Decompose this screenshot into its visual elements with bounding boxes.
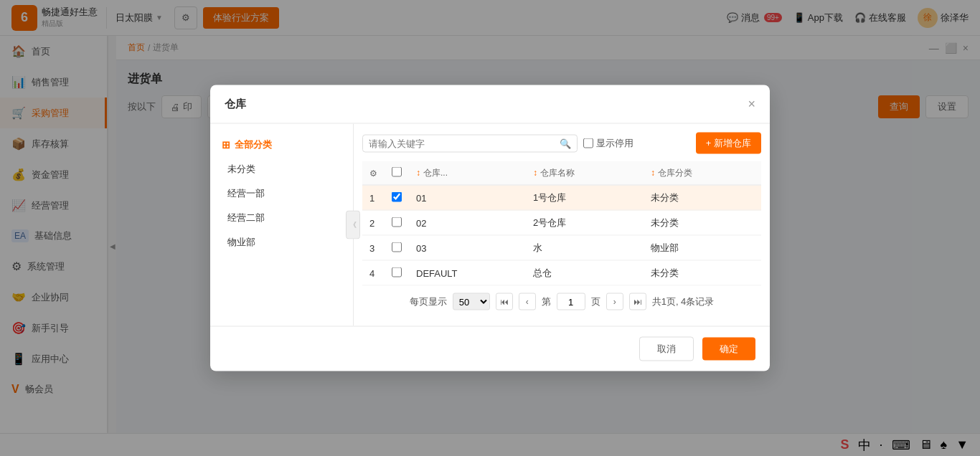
row-code: 01 bbox=[409, 185, 526, 210]
th-category[interactable]: ↕仓库分类 bbox=[644, 161, 761, 186]
modal-close-button[interactable]: × bbox=[748, 97, 755, 112]
show-disabled-checkbox[interactable] bbox=[583, 138, 593, 148]
row-checkbox[interactable] bbox=[385, 210, 409, 235]
row-category: 物业部 bbox=[644, 235, 761, 260]
th-name[interactable]: ↕仓库名称 bbox=[526, 161, 644, 186]
modal-title: 仓库 bbox=[225, 98, 246, 111]
category-all-label: 全部分类 bbox=[235, 138, 272, 151]
row-checkbox[interactable] bbox=[385, 260, 409, 285]
row-name: 总仓 bbox=[526, 260, 644, 285]
cancel-button[interactable]: 取消 bbox=[639, 337, 694, 361]
category-item-operations1[interactable]: 经营一部 bbox=[210, 181, 353, 206]
collapse-left-icon: 《 bbox=[349, 220, 357, 230]
table-body: 1 01 1号仓库 未分类 2 02 2号仓库 未分类 bbox=[362, 185, 761, 285]
search-input[interactable] bbox=[369, 138, 560, 148]
grid-icon: ⊞ bbox=[222, 139, 230, 151]
row-settings: 3 bbox=[362, 235, 385, 260]
row-category: 未分类 bbox=[644, 260, 761, 285]
row-code: DEFAULT bbox=[409, 260, 526, 285]
category-header[interactable]: ⊞ 全部分类 bbox=[210, 133, 353, 157]
sort-icon-cat: ↕ bbox=[651, 168, 655, 178]
page-input[interactable] bbox=[557, 293, 585, 310]
row-code: 03 bbox=[409, 235, 526, 260]
category-item-property[interactable]: 物业部 bbox=[210, 230, 353, 255]
table-toolbar: 🔍 显示停用 + 新增仓库 bbox=[362, 133, 761, 154]
table-scroll-area: ⚙ ↕仓库... ↕仓库名称 ↕仓库分类 bbox=[362, 161, 761, 286]
page-prev-btn[interactable]: ‹ bbox=[519, 293, 536, 310]
row-settings: 4 bbox=[362, 260, 385, 285]
th-checkbox bbox=[385, 161, 409, 186]
page-last-btn[interactable]: ⏭ bbox=[629, 293, 646, 310]
category-item-operations2[interactable]: 经营二部 bbox=[210, 206, 353, 230]
page-label: 第 bbox=[542, 295, 551, 308]
per-page-label: 每页显示 bbox=[410, 295, 447, 308]
modal-header: 仓库 × bbox=[210, 85, 770, 124]
th-code[interactable]: ↕仓库... bbox=[409, 161, 526, 186]
table-row[interactable]: 4 DEFAULT 总仓 未分类 bbox=[362, 260, 761, 285]
th-settings: ⚙ bbox=[362, 161, 385, 186]
sort-icon-name: ↕ bbox=[533, 168, 537, 178]
row-category: 未分类 bbox=[644, 185, 761, 210]
per-page-select[interactable]: 50 100 bbox=[453, 293, 490, 310]
sort-icon: ↕ bbox=[416, 168, 420, 178]
page-first-btn[interactable]: ⏮ bbox=[496, 293, 513, 310]
row-checkbox[interactable] bbox=[385, 235, 409, 260]
row-category: 未分类 bbox=[644, 210, 761, 235]
table-row[interactable]: 3 03 水 物业部 bbox=[362, 235, 761, 260]
table-row[interactable]: 2 02 2号仓库 未分类 bbox=[362, 210, 761, 235]
modal-body: ⊞ 全部分类 未分类 经营一部 经营二部 物业部 《 🔍 显示停用 bbox=[210, 124, 770, 326]
page-end-label: 页 bbox=[591, 295, 600, 308]
show-disabled-toggle[interactable]: 显示停用 bbox=[583, 137, 633, 150]
table-header: ⚙ ↕仓库... ↕仓库名称 ↕仓库分类 bbox=[362, 161, 761, 186]
select-all-checkbox[interactable] bbox=[392, 167, 402, 177]
warehouse-table: ⚙ ↕仓库... ↕仓库名称 ↕仓库分类 bbox=[362, 161, 761, 286]
table-area: 🔍 显示停用 + 新增仓库 ⚙ bbox=[354, 124, 770, 326]
confirm-button[interactable]: 确定 bbox=[702, 338, 755, 361]
table-row[interactable]: 1 01 1号仓库 未分类 bbox=[362, 185, 761, 210]
row-name: 1号仓库 bbox=[526, 185, 644, 210]
warehouse-modal: 仓库 × ⊞ 全部分类 未分类 经营一部 经营二部 物业部 《 🔍 bbox=[210, 85, 770, 371]
page-next-btn[interactable]: › bbox=[606, 293, 623, 310]
modal-footer: 取消 确定 bbox=[210, 326, 770, 371]
total-label: 共1页, 4条记录 bbox=[652, 295, 715, 308]
search-icon[interactable]: 🔍 bbox=[560, 138, 571, 148]
row-name: 2号仓库 bbox=[526, 210, 644, 235]
category-item-unclassified[interactable]: 未分类 bbox=[210, 157, 353, 181]
row-settings: 2 bbox=[362, 210, 385, 235]
add-warehouse-button[interactable]: + 新增仓库 bbox=[696, 133, 761, 154]
row-code: 02 bbox=[409, 210, 526, 235]
pagination: 每页显示 50 100 ⏮ ‹ 第 页 › ⏭ 共1页, 4条记录 bbox=[362, 286, 761, 318]
category-sidebar: ⊞ 全部分类 未分类 经营一部 经营二部 物业部 《 bbox=[210, 124, 354, 326]
show-disabled-label: 显示停用 bbox=[596, 137, 633, 150]
row-settings: 1 bbox=[362, 185, 385, 210]
row-checkbox[interactable] bbox=[385, 185, 409, 210]
cat-collapse-button[interactable]: 《 bbox=[346, 211, 360, 239]
row-name: 水 bbox=[526, 235, 644, 260]
search-box: 🔍 bbox=[362, 134, 578, 152]
